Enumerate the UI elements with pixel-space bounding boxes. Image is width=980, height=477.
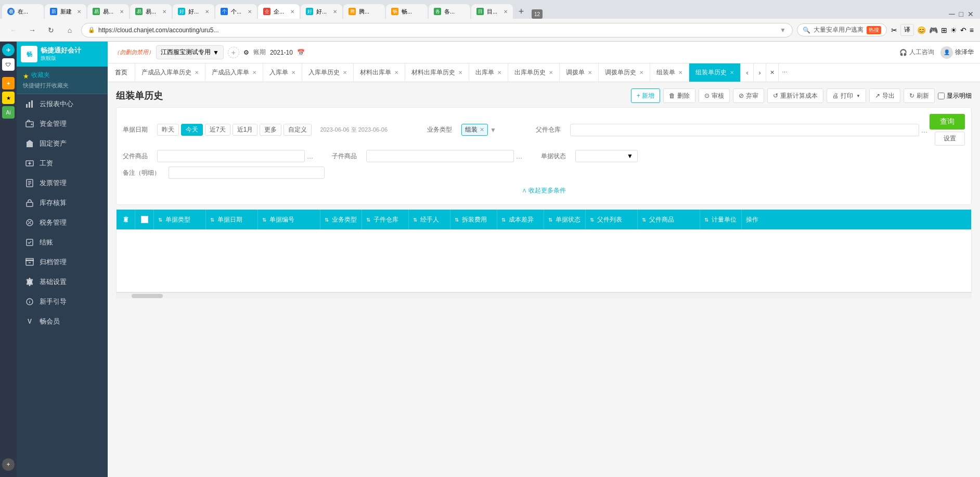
nav-tab-kit-history[interactable]: 组装单历史 ✕ [689,63,741,82]
ext-icon-3[interactable]: ✦ [2,77,15,89]
nav-tab-close-assemble[interactable]: ✕ [588,70,592,75]
audit-btn[interactable]: ⊙ 审核 [699,88,730,103]
nav-tab-material-out-history[interactable]: 材料出库单历史 ✕ [405,63,469,82]
game-btn[interactable]: 🎮 [929,26,938,34]
nav-scroll-left[interactable]: ‹ [741,63,753,82]
nav-tab-assemble-history[interactable]: 调拨单历史 ✕ [599,63,650,82]
filter-collapse-btn[interactable]: ∧ 收起更多条件 [123,183,965,198]
nav-tab-in-history[interactable]: 入库单历史 ✕ [302,63,354,82]
browser-tab-1[interactable]: 在 在... [2,4,44,19]
ext-add-btn[interactable]: + [2,458,15,471]
browser-tab-4[interactable]: 易 易... ✕ [130,4,172,19]
refresh-btn[interactable]: ↻ 刷新 [904,88,935,103]
browser-tab-9[interactable]: 腾 腾... [343,4,385,19]
show-detail-checkbox[interactable] [938,93,945,99]
biz-type-tag-close[interactable]: ✕ [480,126,484,133]
browser-tab-11[interactable]: 各 各... [429,4,470,19]
ext-icon-4[interactable]: ★ [2,92,15,104]
scrollbar-thumb[interactable] [132,294,163,298]
th-date[interactable]: 单据日期 [206,210,258,229]
delete-btn[interactable]: 🗑 删除 [663,88,695,103]
nav-tab-close-assemble-history[interactable]: ✕ [639,70,643,75]
nav-tab-produce-in[interactable]: 产成品入库单 ✕ [205,63,263,82]
add-company-btn[interactable]: + [228,47,239,58]
settings-btn-area[interactable]: ⚙ [243,49,249,56]
new-tab-button[interactable]: + [514,4,528,19]
child-goods-more[interactable]: ... [516,152,522,160]
nav-tab-close-material-out-history[interactable]: ✕ [458,70,462,75]
nav-tab-out-history[interactable]: 出库单历史 ✕ [508,63,560,82]
nav-tab-close-kit-order[interactable]: ✕ [678,70,682,75]
sidebar-item-salary[interactable]: 工资 [17,153,108,173]
ext-icon-5[interactable]: Ai [2,106,15,119]
query-btn[interactable]: 查询 [930,114,965,130]
sidebar-item-invoice[interactable]: 发票管理 [17,173,108,193]
tab-close-4[interactable]: ✕ [162,9,166,15]
nav-tab-more[interactable]: ⋯ [778,63,791,82]
window-maximize[interactable]: □ [959,10,963,18]
date-btn-more[interactable]: 更多 [260,124,281,136]
date-btn-custom[interactable]: 自定义 [283,124,312,136]
th-disassemble[interactable]: 拆装费用 [450,210,497,229]
grid-btn[interactable]: ⊞ [941,26,947,34]
nav-tab-produce-in-history[interactable]: 产成品入库单历史 ✕ [135,63,205,82]
th-biz[interactable]: 业务类型 [320,210,362,229]
sidebar-item-guide[interactable]: 新手引导 [17,292,108,312]
biz-type-dropdown-icon[interactable]: ▼ [490,126,496,134]
date-btn-yesterday[interactable]: 昨天 [157,124,179,136]
browser-tab-2[interactable]: 新 新建 ✕ [45,4,86,19]
set-btn[interactable]: 设置 [935,132,965,146]
nav-tab-assemble[interactable]: 调拨单 ✕ [560,63,599,82]
nav-tab-kit-order[interactable]: 组装单 ✕ [650,63,689,82]
reload-button[interactable]: ↻ [44,23,58,37]
parent-warehouse-input[interactable] [570,124,919,136]
child-goods-input[interactable] [366,150,514,162]
support-btn[interactable]: 🎧 人工咨询 [899,48,934,57]
note-input[interactable] [169,166,325,179]
date-btn-7days[interactable]: 近7天 [205,124,230,136]
th-checkbox[interactable] [135,210,154,229]
abandon-btn[interactable]: ⊘ 弃审 [733,88,764,103]
tab-close-5[interactable]: ✕ [205,9,209,15]
undo-btn[interactable]: ↶ [960,26,966,34]
recalc-btn[interactable]: ↺ 重新计算成本 [767,88,823,103]
window-close[interactable]: ✕ [968,10,974,18]
nav-tab-close-produce-in[interactable]: ✕ [252,70,256,75]
browser-search-box[interactable]: 🔍 大量安卓用户逃离 热搜 [797,23,887,36]
translate-btn[interactable]: 译 [900,24,914,36]
date-btn-today[interactable]: 今天 [181,124,203,136]
window-minimize[interactable]: ─ [949,9,955,19]
bottom-scrollbar[interactable] [116,292,972,299]
th-unit[interactable]: 计量单位 [700,210,742,229]
browser-tab-10[interactable]: 畅 畅... [386,4,428,19]
nav-tab-close-in-order[interactable]: ✕ [291,70,295,75]
nav-tab-close-all[interactable]: ✕ [766,63,778,82]
nav-tab-in-order[interactable]: 入库单 ✕ [263,63,302,82]
nav-tab-home[interactable]: 首页 [108,63,135,82]
sun-btn[interactable]: ☀ [950,26,957,34]
select-all-checkbox[interactable] [141,216,148,223]
ext-icon-1[interactable]: ✈ [2,44,15,56]
company-selector[interactable]: 江西服宝测试专用 ▼ [156,45,224,59]
sidebar-item-fixed-assets[interactable]: 固定资产 [17,134,108,153]
th-status[interactable]: 单据状态 [544,210,586,229]
sidebar-item-inventory[interactable]: 库存核算 [17,193,108,213]
tab-close-6[interactable]: ✕ [248,9,252,15]
th-parent-goods[interactable]: 父件商品 [638,210,700,229]
nav-tab-close-out-order[interactable]: ✕ [497,70,501,75]
th-cost-diff[interactable]: 成本差异 [497,210,544,229]
nav-tab-material-out[interactable]: 材料出库单 ✕ [354,63,405,82]
nav-tab-close-in-history[interactable]: ✕ [343,70,347,75]
emoji-btn[interactable]: 😊 [917,26,926,34]
scissors-btn[interactable]: ✂ [891,26,897,34]
browser-tab-12[interactable]: 目 目... ✕ [471,4,513,19]
nav-tab-close-material-out[interactable]: ✕ [394,70,398,75]
tab-close-3[interactable]: ✕ [120,9,124,15]
browser-tab-3[interactable]: 易 易... ✕ [87,4,129,19]
parent-warehouse-more[interactable]: ... [921,126,927,134]
th-type[interactable]: 单据类型 [154,210,206,229]
forward-button[interactable]: → [25,23,40,37]
new-btn[interactable]: + 新增 [631,88,660,103]
tab-close-2[interactable]: ✕ [77,9,81,15]
browser-tab-7[interactable]: 企 企... ✕ [258,4,300,19]
